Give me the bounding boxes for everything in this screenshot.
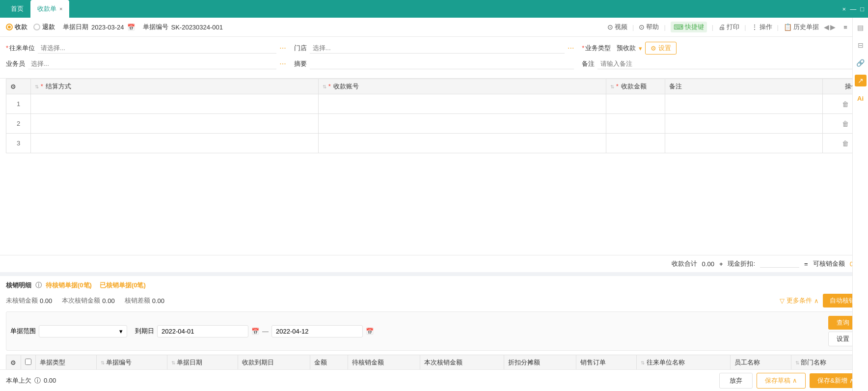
current-value: 0.00 [44,377,56,384]
cell-remark-3[interactable] [665,134,823,153]
nav-tab-home[interactable]: 首页 [4,0,30,18]
nav-right-icon[interactable]: ▶ [830,23,836,31]
sidebar-icon-expand[interactable]: ↗ [855,75,867,86]
cell-account-3[interactable] [319,134,606,153]
doc-no-field: 单据编号 SK-20230324-001 [143,23,223,31]
main-area: 收款 退款 单据日期 2023-03-24 📅 单据编号 SK-20230324… [0,18,868,391]
cell-remark-2[interactable] [665,114,823,134]
biz-type-dropdown-icon[interactable]: ▾ [639,45,642,52]
radio-refund[interactable]: 退款 [33,23,55,31]
action-shortcut[interactable]: ⌨ 快捷键 [671,22,707,32]
action-video-label: 视频 [615,23,627,31]
doc-no-value: SK-20230324-001 [171,24,223,31]
delete-icon-2[interactable]: 🗑 [842,120,849,128]
table-row: 2 🗑 ⊕ [6,114,862,134]
cell-amount-3[interactable] [606,134,665,153]
remark-label: 备注 [582,59,595,68]
section-title: 核销明细 ⓘ 待核销单据(0笔) 已核销单据(0笔) [6,281,862,290]
info-icon[interactable]: ⓘ [35,281,42,290]
date-from-input[interactable] [157,325,248,337]
cell-settlement-3[interactable] [31,134,319,153]
sidebar-icon-list[interactable]: ⊟ [855,39,867,51]
table-area: ⚙ ⇅ * 结算方式 ⇅ * 收款账号 ⇅ * 收款 [0,79,868,255]
settings-button[interactable]: ⚙ 设置 [645,42,677,55]
partner-input[interactable] [38,43,276,54]
range-dropdown-icon: ▾ [119,328,123,335]
summary-field: 摘要 [294,58,574,69]
view-list-icon[interactable]: ≡ [841,22,850,32]
store-label: 门店 [294,44,307,53]
th-remark: 备注 [665,79,823,94]
history-icon: 📋 [784,23,792,31]
operation-icon: ⋮ [751,23,758,31]
window-maximize-icon[interactable]: □ [860,5,864,13]
stat-unchecked: 未核销金额 0.00 [6,296,52,305]
sidebar-icon-table[interactable]: ▤ [855,22,867,33]
cell-account-1[interactable] [319,94,606,114]
delete-icon-1[interactable]: 🗑 [842,100,849,108]
active-tab-label: 收款单 [37,0,56,18]
action-video[interactable]: ⊙ 视频 [607,23,627,31]
delete-icon-3[interactable]: 🗑 [842,140,849,147]
ai-assistant-icon[interactable]: Ai [855,92,867,104]
current-icon: ⓘ [34,376,41,385]
range-select[interactable]: ▾ [39,325,127,337]
window-close-icon[interactable]: × [842,5,846,13]
abandon-button[interactable]: 放弃 [719,373,753,389]
summary-input[interactable] [310,58,574,69]
current-label: 本单上欠 [6,376,31,385]
cell-remark-1[interactable] [665,94,823,114]
nav-tab-active[interactable]: 收款单 × [30,0,69,18]
close-tab-icon[interactable]: × [59,0,62,18]
th-amount-col: 金额 [310,355,348,370]
save-draft-label: 保存草稿 [765,376,790,385]
current-verify-label: 本次核销金额 [62,296,100,305]
sidebar-icon-link[interactable]: 🔗 [855,57,867,69]
more-filter-btn[interactable]: ▽ 更多条件 ∧ [780,296,819,305]
th-checkbox[interactable] [21,355,36,370]
table-settings-icon: ⚙ [10,83,16,90]
settings-gear-icon: ⚙ [651,45,656,52]
search-filter-row: 单据范围 ▾ 到期日 📅 — 📅 查询 设置 [6,311,862,351]
cell-account-2[interactable] [319,114,606,134]
th-current-col: 本次核销金额 [420,355,504,370]
pending-tab[interactable]: 待核销单据(0笔) [46,281,92,290]
cell-settlement-1[interactable] [31,94,319,114]
action-help[interactable]: ⊙ 帮助 [639,23,659,31]
discount-input[interactable] [760,260,799,268]
save-draft-dropdown-icon: ∧ [792,377,797,384]
calendar-icon[interactable]: 📅 [127,24,135,31]
staff-input[interactable] [28,58,276,69]
nav-left-icon[interactable]: ◀ [824,23,829,31]
th-settings-bottom[interactable]: ⚙ [6,355,21,370]
cell-settlement-2[interactable] [31,114,319,134]
cal-to-icon[interactable]: 📅 [366,328,374,335]
settings-label: 设置 [658,44,671,53]
staff-more-btn[interactable]: ··· [279,59,286,68]
store-more-btn[interactable]: ··· [568,44,574,53]
more-filter-label: 更多条件 [787,296,812,305]
cell-amount-2[interactable] [606,114,665,134]
done-tab[interactable]: 已核销单据(0笔) [100,281,146,290]
collapse-icon: ∧ [814,297,819,305]
cell-amount-1[interactable] [606,94,665,114]
action-history[interactable]: 📋 历史单据 [784,23,819,31]
action-print[interactable]: 🖨 打印 [718,23,739,31]
action-history-label: 历史单据 [793,23,819,31]
divider5: | [777,24,779,31]
window-minimize-icon[interactable]: — [850,5,856,13]
discount-label: 现金折扣: [728,259,755,268]
row-num-2: 2 [6,114,31,134]
store-input[interactable] [310,43,565,54]
select-all-checkbox[interactable] [25,359,31,365]
partner-more-btn[interactable]: ··· [279,44,286,53]
save-draft-button[interactable]: 保存草稿 ∧ [757,373,806,389]
radio-receive[interactable]: 收款 [6,23,27,31]
cal-from-icon[interactable]: 📅 [251,328,259,335]
date-to-input[interactable] [271,325,363,337]
remark-input[interactable] [597,58,862,69]
th-settings[interactable]: ⚙ [6,79,31,94]
home-label: 首页 [11,5,24,12]
total-label: 收款合计 [672,259,697,268]
action-operation[interactable]: ⋮ 操作 [751,23,772,31]
